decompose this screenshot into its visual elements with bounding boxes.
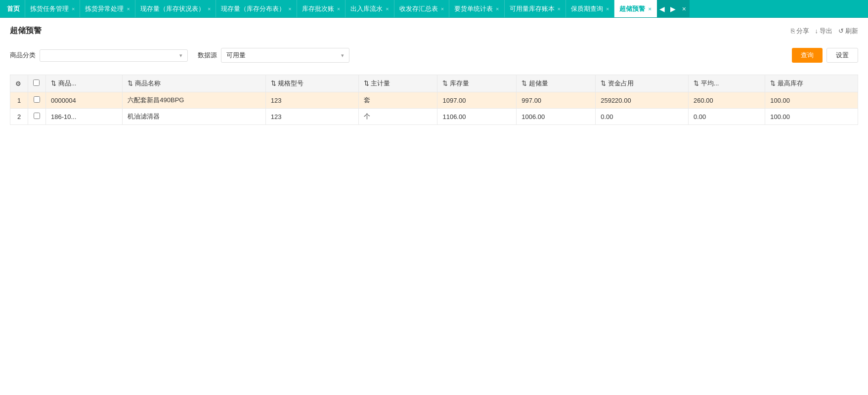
stock-header[interactable]: ⇅ 库存量 [437,75,517,92]
overstock-cell: 1006.00 [517,109,596,125]
nav-tab-expiry[interactable]: 保质期查询 × [566,0,614,18]
close-icon[interactable]: × [288,6,291,12]
checkbox-column-header [28,75,46,92]
spec-cell: 123 [265,109,358,125]
refresh-button[interactable]: ↺ 刷新 [838,27,858,36]
product-code-cell: 186-10... [46,109,123,125]
close-icon[interactable]: × [648,6,651,12]
nav-arrow-right[interactable]: ▶ [668,0,679,18]
unit-cell: 个 [358,109,437,125]
share-icon: ⎘ [791,27,795,35]
avg-price-header[interactable]: ⇅ 平均... [688,75,765,92]
filter-row: 商品分类 ▾ 数据源 可用量 ▾ 查询 设置 [10,44,858,67]
nav-tab-overstock-warning[interactable]: 超储预警 × [614,0,656,18]
page-container: 超储预警 ⎘ 分享 ↓ 导出 ↺ 刷新 商品分类 ▾ 数据源 [0,18,868,395]
filter-actions: 查询 设置 [792,48,858,63]
close-icon[interactable]: × [127,6,130,12]
close-icon[interactable]: × [337,6,340,12]
product-name-cell: 六配套新昌490BPG [123,92,266,109]
row-checkbox [28,92,46,109]
datasource-filter-label: 数据源 [198,51,217,60]
nav-tab-home[interactable]: 首页 [2,0,25,18]
nav-tab-available-inventory[interactable]: 可用量库存账本 × [505,0,566,18]
nav-tab-order-stats[interactable]: 要货单统计表 × [449,0,504,18]
unit-cell: 套 [358,92,437,109]
chevron-down-icon: ▾ [341,52,344,59]
spec-cell: 123 [265,92,358,109]
nav-tab-flow[interactable]: 出入库流水 × [346,0,394,18]
stock-cell: 1097.00 [437,92,517,109]
category-filter-group: 商品分类 ▾ [10,49,188,62]
close-icon[interactable]: × [208,6,211,12]
nav-tab-inventory-status[interactable]: 现存量（库存状况表） × [135,0,216,18]
product-code-cell: 0000004 [46,92,123,109]
nav-tab-summary[interactable]: 收发存汇总表 × [394,0,449,18]
capital-header[interactable]: ⇅ 资金占用 [596,75,689,92]
nav-arrow-close[interactable]: × [679,0,690,18]
product-name-header[interactable]: ⇅ 商品名称 [123,75,266,92]
row-select-checkbox[interactable] [34,96,40,103]
page-header: 超储预警 ⎘ 分享 ↓ 导出 ↺ 刷新 [10,26,858,36]
stock-cell: 1106.00 [437,109,517,125]
header-actions: ⎘ 分享 ↓ 导出 ↺ 刷新 [791,27,859,36]
close-icon[interactable]: × [441,6,444,12]
row-number: 2 [10,109,28,125]
top-navigation: 首页 拣货任务管理 × 拣货异常处理 × 现存量（库存状况表） × 现存量（库存… [0,0,868,18]
datasource-select[interactable]: 可用量 ▾ [221,48,349,63]
select-all-checkbox[interactable] [33,79,40,86]
close-icon[interactable]: × [496,6,499,12]
close-icon[interactable]: × [558,6,561,12]
capital-cell: 0.00 [596,109,689,125]
row-number: 1 [10,92,28,109]
category-filter-label: 商品分类 [10,51,36,60]
close-icon[interactable]: × [606,6,609,12]
unit-header[interactable]: ⇅ 主计量 [358,75,437,92]
page-title: 超储预警 [10,26,42,36]
data-table: ⚙ ⇅ 商品... ⇅ 商品名称 ⇅ 规格型号 ⇅ 主计 [10,75,858,125]
row-checkbox [28,109,46,125]
max-stock-cell: 100.00 [765,109,858,125]
max-stock-cell: 100.00 [765,92,858,109]
category-select[interactable]: ▾ [40,49,188,62]
nav-tab-task-management[interactable]: 拣货任务管理 × [25,0,80,18]
table-header-row: ⚙ ⇅ 商品... ⇅ 商品名称 ⇅ 规格型号 ⇅ 主计 [10,75,858,92]
row-select-checkbox[interactable] [34,113,40,119]
overstock-header[interactable]: ⇅ 超储量 [517,75,596,92]
export-button[interactable]: ↓ 导出 [815,27,833,36]
product-code-header[interactable]: ⇅ 商品... [46,75,123,92]
close-icon[interactable]: × [386,6,389,12]
avg-price-cell: 0.00 [688,109,765,125]
nav-arrow-left[interactable]: ◀ [657,0,668,18]
spec-header[interactable]: ⇅ 规格型号 [265,75,358,92]
close-icon[interactable]: × [72,6,75,12]
datasource-filter-group: 数据源 可用量 ▾ [198,48,349,63]
chevron-down-icon: ▾ [179,52,182,59]
table-row: 2186-10...机油滤清器123个1106.001006.000.000.0… [10,109,858,125]
avg-price-cell: 260.00 [688,92,765,109]
export-icon: ↓ [815,27,819,35]
max-stock-header[interactable]: ⇅ 最高库存 [765,75,858,92]
query-button[interactable]: 查询 [792,48,823,63]
nav-tab-exception-handling[interactable]: 拣货异常处理 × [80,0,135,18]
refresh-icon: ↺ [838,27,844,35]
settings-button[interactable]: 设置 [826,48,858,63]
product-name-cell: 机油滤清器 [123,109,266,125]
overstock-cell: 997.00 [517,92,596,109]
settings-column-header[interactable]: ⚙ [10,75,28,92]
table-row: 10000004六配套新昌490BPG123套1097.00997.002592… [10,92,858,109]
nav-tab-inventory-dist[interactable]: 现存量（库存分布表） × [216,0,297,18]
share-button[interactable]: ⎘ 分享 [791,27,809,36]
capital-cell: 259220.00 [596,92,689,109]
nav-tab-batch-account[interactable]: 库存批次账 × [297,0,346,18]
